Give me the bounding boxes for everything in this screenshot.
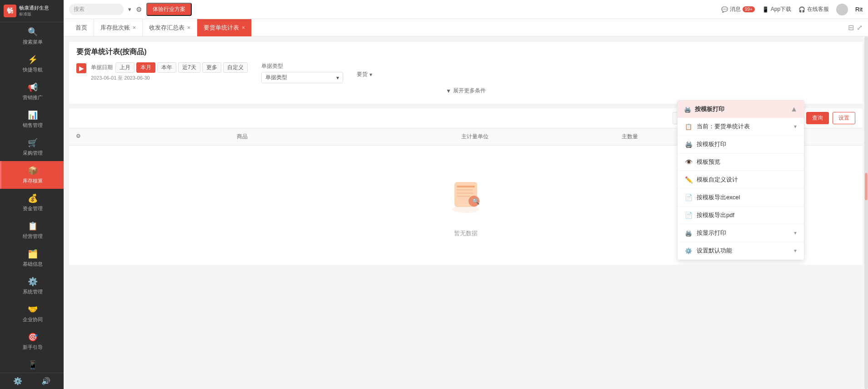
current-template-arrow-icon: ▾ [794, 123, 797, 130]
print-dropdown-close-icon[interactable]: ▲ [790, 105, 798, 113]
filter-bar: ▶ 单据日期 上月 本月 本年 近7天 更多 自定义 2023-06-0 [76, 62, 855, 83]
query-button[interactable]: 查询 [806, 112, 829, 124]
expand-icon: ▼ [446, 88, 451, 94]
date-btn-custom[interactable]: 自定义 [223, 62, 248, 73]
display-print-icon: 🖨️ [685, 230, 692, 237]
tab-summary-close[interactable]: × [187, 25, 190, 31]
topbar-search[interactable]: 搜索 [69, 4, 124, 15]
sidebar-item-sales[interactable]: 📊 销售管理 [0, 106, 64, 133]
yaohu-dropdown-icon: ▾ [369, 71, 372, 78]
svg-rect-3 [457, 189, 473, 191]
template-preview-item[interactable]: 👁️ 模板预览 [678, 153, 804, 171]
sidebar-item-enterprise[interactable]: 🤝 企业协同 [0, 300, 64, 328]
tab-minimize-icon[interactable]: ⊟ [848, 23, 854, 32]
date-btn-current-year[interactable]: 本年 [157, 62, 176, 73]
order-type-select[interactable]: 单据类型 ▾ [261, 72, 343, 83]
template-pdf-item[interactable]: 📄 按模板导出pdf [678, 207, 804, 224]
tab-order-stats-label: 要货单统计表 [204, 24, 239, 32]
th-gear[interactable]: ⚙ [69, 133, 87, 141]
tab-batch-label: 库存批次账 [100, 24, 130, 32]
sidebar-item-search[interactable]: 🔍 搜索菜单 [0, 22, 64, 50]
template-print-label: 按模板打印 [697, 140, 726, 148]
sidebar-item-basic[interactable]: 🗂️ 基础信息 [0, 244, 64, 272]
sidebar-item-marketing[interactable]: 📢 营销推广 [0, 78, 64, 106]
sidebar-item-basic-label: 基础信息 [23, 261, 43, 268]
user-avatar[interactable] [836, 4, 848, 15]
date-btn-7days[interactable]: 近7天 [178, 62, 200, 73]
sidebar-item-shortcut-label: 快捷导航 [23, 66, 43, 73]
system-icon: ⚙️ [28, 277, 38, 287]
display-print-item[interactable]: 🖨️ 按显示打印 ▾ [678, 224, 804, 242]
th-unit: 主计量单位 [397, 133, 552, 141]
shortcut-icon: ⚡ [28, 55, 38, 65]
enterprise-icon: 🤝 [28, 304, 38, 314]
current-template-label: 当前：要货单统计表 [697, 122, 750, 131]
order-type-dropdown-icon: ▾ [336, 75, 339, 81]
sidebar-item-purchase[interactable]: 🛒 采购管理 [0, 133, 64, 161]
tab-expand-icon[interactable]: ⤢ [857, 23, 863, 32]
sidebar-item-sales-label: 销售管理 [23, 122, 43, 129]
settings-button[interactable]: 设置 [833, 112, 855, 124]
date-btn-prev-month[interactable]: 上月 [115, 62, 135, 73]
sidebar-item-system[interactable]: ⚙️ 系统管理 [0, 272, 64, 300]
svg-rect-4 [457, 192, 474, 194]
sidebar-nav: 🔍 搜索菜单 ⚡ 快捷导航 📢 营销推广 📊 销售管理 🛒 采购管理 📦 库存核… [0, 22, 64, 373]
logo-icon: 畅 [4, 5, 16, 17]
more-conditions-label: 展开更多条件 [453, 87, 486, 95]
display-print-left: 🖨️ 按显示打印 [685, 229, 726, 237]
tab-batch[interactable]: 库存批次账 × [94, 19, 143, 36]
date-buttons: 上月 本月 本年 近7天 更多 自定义 [115, 62, 248, 73]
sidebar-item-guide-label: 新手引导 [23, 344, 43, 351]
template-design-item[interactable]: ✏️ 模板自定义设计 [678, 171, 804, 189]
settings-bottom-icon[interactable]: ⚙️ [13, 377, 22, 385]
logo-area: 畅 畅康通好生意 标准版 [0, 0, 64, 22]
date-range-display: 2023-06-01 至 2023-06-30 [91, 75, 248, 81]
default-func-arrow-icon: ▾ [794, 248, 797, 254]
messages-item[interactable]: 💬 消息 99+ [721, 5, 755, 13]
date-btn-current-month[interactable]: 本月 [136, 62, 155, 73]
online-service-item[interactable]: 🎧 在线客服 [798, 5, 829, 13]
sidebar-item-finance[interactable]: 💰 资金管理 [0, 189, 64, 217]
template-excel-item[interactable]: 📄 按模板导出excel [678, 189, 804, 207]
app-download-icon: 📱 [762, 6, 769, 13]
sidebar-item-guide[interactable]: 🎯 新手引导 [0, 328, 64, 355]
default-func-item[interactable]: ⚙️ 设置默认功能 ▾ [678, 242, 804, 260]
order-type-label: 单据类型 [261, 62, 343, 70]
svg-text:🔍: 🔍 [472, 197, 480, 205]
sidebar-item-inventory-label: 库存核算 [23, 177, 43, 184]
app-download-item[interactable]: 📱 App下载 [762, 5, 791, 13]
empty-text: 暂无数据 [454, 229, 478, 237]
template-excel-label: 按模板导出excel [697, 193, 740, 202]
tab-order-stats[interactable]: 要货单统计表 × [197, 19, 252, 36]
topbar-gear-icon[interactable]: ⚙ [136, 5, 142, 14]
headphone-icon: 🎧 [798, 6, 805, 13]
date-btn-more[interactable]: 更多 [202, 62, 221, 73]
main-area: 搜索 ▾ ⚙ 体验行业方案 💬 消息 99+ 📱 App下载 🎧 在线客服 Ri… [64, 0, 868, 389]
tab-batch-close[interactable]: × [133, 25, 136, 31]
tab-summary[interactable]: 收发存汇总表 × [143, 19, 197, 36]
scrollbar-thumb[interactable] [865, 173, 868, 200]
more-conditions-btn[interactable]: ▼ 展开更多条件 [76, 83, 855, 98]
audio-bottom-icon[interactable]: 🔊 [41, 377, 50, 385]
filter-expand-button[interactable]: ▶ [76, 63, 86, 73]
sidebar-item-operation[interactable]: 📋 经营管理 [0, 217, 64, 244]
print-dropdown-title: 按模板打印 [695, 105, 724, 113]
tab-order-stats-close[interactable]: × [242, 25, 245, 31]
message-icon: 💬 [721, 6, 728, 13]
topbar-dropdown-icon[interactable]: ▾ [128, 6, 131, 13]
tabbar: 首页 库存批次账 × 收发存汇总表 × 要货单统计表 × ⊟ ⤢ [64, 19, 868, 36]
template-print-item[interactable]: 🖨️ 按模板打印 [678, 136, 804, 153]
empty-svg: 🔍 [443, 173, 489, 218]
template-excel-icon: 📄 [685, 194, 692, 201]
inventory-icon: 📦 [28, 166, 38, 176]
current-template-item[interactable]: 📋 当前：要货单统计表 ▾ [678, 118, 804, 136]
tab-home[interactable]: 首页 [69, 19, 94, 36]
sidebar-item-inventory[interactable]: 📦 库存核算 [0, 161, 64, 189]
sales-icon: 📊 [28, 110, 38, 120]
search-nav-icon: 🔍 [28, 27, 38, 37]
default-func-left: ⚙️ 设置默认功能 [685, 247, 732, 255]
app-name: 畅康通好生意 [19, 5, 49, 11]
sidebar-item-shortcut[interactable]: ⚡ 快捷导航 [0, 50, 64, 78]
sidebar-item-app[interactable]: 📱 应用中心 [0, 355, 64, 373]
trial-button[interactable]: 体验行业方案 [146, 3, 192, 16]
